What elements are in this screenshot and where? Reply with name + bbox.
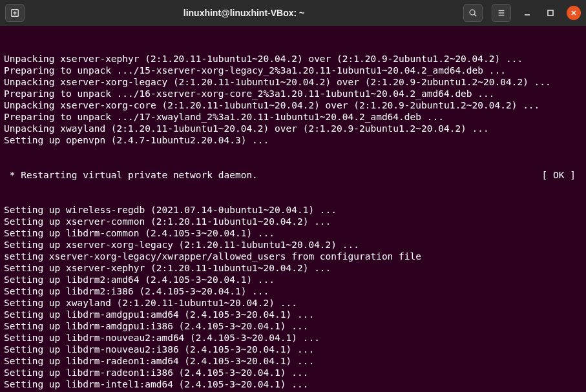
terminal-line: Setting up libdrm2:amd64 (2.4.105-3~20.0…: [4, 274, 582, 285]
terminal-line: Setting up openvpn (2.4.7-1ubuntu2.20.04…: [4, 134, 582, 146]
terminal-line: Setting up libdrm-amdgpu1:i386 (2.4.105-…: [4, 320, 582, 332]
terminal-line: Preparing to unpack .../15-xserver-xorg-…: [4, 65, 582, 76]
terminal-line: Preparing to unpack .../17-xwayland_2%3a…: [4, 111, 582, 123]
titlebar: linuxhint@linuxhint-VBox: ~: [0, 0, 586, 26]
maximize-button[interactable]: [543, 6, 558, 20]
terminal-output[interactable]: Unpacking xserver-xephyr (2:1.20.11-1ubu…: [0, 26, 586, 392]
svg-rect-9: [548, 10, 553, 15]
terminal-line: Setting up xserver-common (2:1.20.11-1ub…: [4, 216, 582, 227]
terminal-line: Unpacking xserver-xorg-legacy (2:1.20.11…: [4, 76, 582, 88]
minimize-button[interactable]: [520, 6, 534, 20]
service-restart-status: [ OK ]: [542, 169, 582, 181]
search-icon: [468, 8, 477, 17]
hamburger-icon: [497, 8, 506, 17]
terminal-line: Unpacking xserver-xorg-core (2:1.20.11-1…: [4, 99, 582, 111]
svg-point-3: [470, 10, 475, 15]
titlebar-right: [463, 4, 581, 22]
service-restart-line: * Restarting virtual private network dae…: [4, 169, 582, 181]
search-button[interactable]: [463, 4, 483, 22]
close-icon: [570, 10, 577, 16]
terminal-line: setting xserver-xorg-legacy/xwrapper/all…: [4, 251, 582, 262]
window-title: linuxhint@linuxhint-VBox: ~: [30, 8, 458, 18]
menu-button[interactable]: [492, 4, 511, 22]
terminal-line: Setting up libdrm2:i386 (2.4.105-3~20.04…: [4, 285, 582, 297]
terminal-line: Setting up libdrm-radeon1:amd64 (2.4.105…: [4, 355, 582, 367]
terminal-line: Setting up xserver-xephyr (2:1.20.11-1ub…: [4, 262, 582, 274]
maximize-icon: [547, 9, 554, 17]
svg-line-4: [474, 14, 476, 16]
close-button[interactable]: [567, 6, 581, 20]
terminal-line: Setting up libdrm-nouveau2:i386 (2.4.105…: [4, 344, 582, 355]
terminal-line: Setting up libdrm-intel1:amd64 (2.4.105-…: [4, 378, 582, 390]
minimize-icon: [523, 9, 531, 17]
new-tab-button[interactable]: [5, 4, 25, 22]
terminal-line: Setting up libdrm-radeon1:i386 (2.4.105-…: [4, 367, 582, 378]
terminal-line: Setting up xwayland (2:1.20.11-1ubuntu1~…: [4, 297, 582, 309]
terminal-line: Setting up wireless-regdb (2021.07.14-0u…: [4, 204, 582, 216]
terminal-line: Unpacking xserver-xephyr (2:1.20.11-1ubu…: [4, 53, 582, 65]
terminal-line: Setting up libdrm-amdgpu1:amd64 (2.4.105…: [4, 309, 582, 320]
terminal-line: Preparing to unpack .../16-xserver-xorg-…: [4, 88, 582, 99]
terminal-line: Setting up xserver-xorg-legacy (2:1.20.1…: [4, 239, 582, 251]
service-restart-text: * Restarting virtual private network dae…: [4, 169, 258, 181]
new-tab-icon: [10, 8, 19, 17]
terminal-line: Setting up libdrm-nouveau2:amd64 (2.4.10…: [4, 332, 582, 344]
terminal-line: Setting up libdrm-common (2.4.105-3~20.0…: [4, 227, 582, 239]
terminal-line: Unpacking xwayland (2:1.20.11-1ubuntu1~2…: [4, 123, 582, 134]
